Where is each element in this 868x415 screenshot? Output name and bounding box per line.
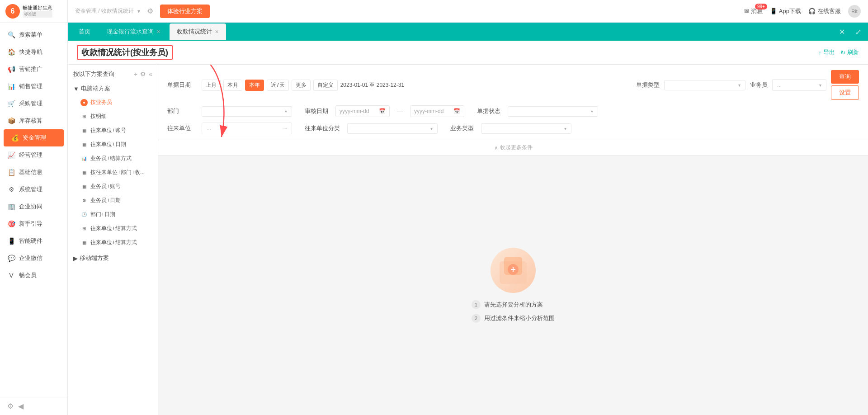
tabbar-right: ✕ ⤢ <box>835 25 864 38</box>
left-panel-actions: + ⚙ « <box>134 71 152 78</box>
salesman-select[interactable]: ... ▾ <box>772 79 826 91</box>
tab-bank-flow-close[interactable]: ✕ <box>156 29 160 35</box>
tab-receipt-stat-close[interactable]: ✕ <box>215 29 219 35</box>
smart-hw-icon: 📱 <box>7 237 15 245</box>
dept-date-scheme-icon: 🕐 <box>80 211 88 218</box>
sidebar-item-guide[interactable]: 🎯 新手引导 <box>0 215 67 232</box>
date-btn-more[interactable]: 更多 <box>292 80 311 91</box>
collapse-sidebar-icon[interactable]: ◀ <box>18 402 24 410</box>
sidebar-item-capital[interactable]: 💰 资金管理 <box>4 129 64 146</box>
scheme-item-by-detail[interactable]: ⊞ 按明细 <box>68 109 158 123</box>
review-date-end-input[interactable]: yyyy-mm-dd 📅 <box>410 105 464 117</box>
tabbar: 首页 现金银行流水查询 ✕ 收款情况统计 ✕ ✕ ⤢ <box>68 23 868 41</box>
add-scheme-icon[interactable]: + <box>134 71 137 78</box>
breadcrumb: 资金管理 / 收款情况统计 <box>75 7 134 15</box>
maximize-window-icon[interactable]: ⤢ <box>852 25 864 38</box>
scheme-item-label: 业务员+日期 <box>90 197 121 204</box>
sidebar-item-smart-hw[interactable]: 📱 智能硬件 <box>0 232 67 250</box>
scheme-settings-icon[interactable]: ⚙ <box>140 71 146 78</box>
scheme-item-salesman-payment[interactable]: 📊 业务员+结算方式 <box>68 151 158 165</box>
query-button[interactable]: 查询 <box>831 70 859 84</box>
date-btn-last-month[interactable]: 上月 <box>202 80 221 91</box>
calendar-start-icon[interactable]: 📅 <box>379 108 386 114</box>
filter-area: 单据日期 上月 本月 本年 近7天 更多 自定义 2023-01-01 至 20… <box>158 65 868 140</box>
user-avatar[interactable]: Rit <box>848 5 861 18</box>
sidebar-item-sales[interactable]: 📊 销售管理 <box>0 78 67 95</box>
sidebar-item-search-menu[interactable]: 🔍 搜索菜单 <box>0 26 67 43</box>
scheme-item-label: 往来单位+结算方式 <box>90 239 137 246</box>
sidebar-item-inventory[interactable]: 📦 库存核算 <box>0 112 67 129</box>
scheme-item-client-date[interactable]: ▦ 往来单位+日期 <box>68 137 158 151</box>
scheme-item-client-payment2[interactable]: ▦ 往来单位+结算方式 <box>68 236 158 250</box>
scheme-group-mobile-title[interactable]: ▶ 移动端方案 <box>68 251 158 265</box>
salesman-filter-label: 业务员 <box>750 81 768 89</box>
sidebar-item-label: 经营管理 <box>19 151 42 159</box>
tab-home[interactable]: 首页 <box>71 24 98 40</box>
voucher-type-label: 单据类型 <box>636 81 660 89</box>
biz-type-select[interactable]: ▾ <box>481 123 571 134</box>
scheme-item-by-salesman[interactable]: ● 按业务员 <box>68 95 158 109</box>
calendar-end-icon[interactable]: 📅 <box>453 108 460 114</box>
dept-select[interactable]: ▾ <box>202 106 292 117</box>
voucher-status-select[interactable]: ▾ <box>508 106 598 117</box>
sidebar-item-member[interactable]: V 畅会员 <box>0 267 67 284</box>
scheme-item-dept-date[interactable]: 🕐 部门+日期 <box>68 208 158 222</box>
customer-service-button[interactable]: 🎧 在线客服 <box>808 7 841 15</box>
sidebar-item-purchase[interactable]: 🛒 采购管理 <box>0 95 67 112</box>
date-btn-7days[interactable]: 近7天 <box>267 80 289 91</box>
tab-bank-flow[interactable]: 现金银行流水查询 ✕ <box>99 24 168 40</box>
sidebar-item-operations[interactable]: 📈 经营管理 <box>0 146 67 164</box>
message-button[interactable]: ✉ 消息 99+ <box>744 7 763 15</box>
scheme-item-client-dept-receipt[interactable]: ▦ 按往来单位+部门+收... <box>68 165 158 179</box>
client-payment2-scheme-icon: ▦ <box>80 239 88 246</box>
sidebar-item-quick-nav[interactable]: 🏠 快捷导航 <box>0 43 67 61</box>
sidebar-item-wechat[interactable]: 💬 企业微信 <box>0 250 67 267</box>
sidebar-item-label: 系统管理 <box>19 185 42 193</box>
collapse-panel-icon[interactable]: « <box>149 71 152 78</box>
refresh-button[interactable]: ↻ 刷新 <box>840 48 859 57</box>
collapse-more-conditions[interactable]: ∧ 收起更多条件 <box>158 140 868 156</box>
client-cat-select[interactable]: ▾ <box>347 123 438 134</box>
close-window-icon[interactable]: ✕ <box>835 25 848 38</box>
scheme-item-label: 按往来单位+部门+收... <box>90 169 145 176</box>
scheme-item-client-account[interactable]: ▦ 往来单位+账号 <box>68 123 158 137</box>
tab-receipt-stat-label: 收款情况统计 <box>177 28 212 36</box>
client-more-icon: ··· <box>283 126 287 131</box>
scheme-item-salesman-account[interactable]: ▦ 业务员+账号 <box>68 179 158 193</box>
settings-bottom-icon[interactable]: ⚙ <box>7 402 14 410</box>
set-button[interactable]: 设置 <box>831 85 859 100</box>
trial-button[interactable]: 体验行业方案 <box>160 5 210 18</box>
sidebar-item-label: 销售管理 <box>19 82 42 90</box>
basic-info-icon: 📋 <box>7 168 15 176</box>
desktop-group-label: 电脑端方案 <box>81 85 110 93</box>
sidebar-item-marketing[interactable]: 📢 营销推广 <box>0 61 67 78</box>
topbar-right: ✉ 消息 99+ 📱 App下载 🎧 在线客服 Rit <box>744 5 861 18</box>
search-menu-icon: 🔍 <box>7 31 15 39</box>
review-date-start-input[interactable]: yyyy-mm-dd 📅 <box>335 105 390 117</box>
date-btn-custom[interactable]: 自定义 <box>313 80 338 91</box>
export-button[interactable]: ↑ 导出 <box>819 48 835 57</box>
topbar-left: 资金管理 / 收款情况统计 ▾ ⚙ 体验行业方案 <box>75 5 739 18</box>
scheme-item-salesman-date[interactable]: ⚙ 业务员+日期 <box>68 193 158 208</box>
scheme-group-desktop: ▼ 电脑端方案 ● 按业务员 ⊞ 按明细 ▦ 往来单位+账号 ▦ 往来单位 <box>68 82 158 250</box>
sidebar-item-basic-info[interactable]: 📋 基础信息 <box>0 164 67 181</box>
voucher-type-select[interactable]: ▾ <box>664 80 745 90</box>
empty-tips: 1 请先选择要分析的方案 2 用过滤条件来缩小分析范围 <box>472 300 555 323</box>
scheme-group-desktop-title[interactable]: ▼ 电脑端方案 <box>68 82 158 95</box>
scheme-item-label: 往来单位+账号 <box>90 127 126 134</box>
sidebar-item-enterprise[interactable]: 🏢 企业协同 <box>0 198 67 215</box>
filter-row-2: 部门 ▾ 审核日期 yyyy-mm-dd 📅 — yyyy-mm-dd 📅 <box>167 105 859 117</box>
sidebar-item-system[interactable]: ⚙ 系统管理 <box>0 181 67 198</box>
topbar-dropdown-icon[interactable]: ▾ <box>137 8 140 14</box>
operations-icon: 📈 <box>7 151 15 159</box>
scheme-item-client-payment1[interactable]: ⊞ 往来单位+结算方式 <box>68 222 158 236</box>
tab-receipt-stat[interactable]: 收款情况统计 ✕ <box>170 24 226 40</box>
app-download-button[interactable]: 📱 App下载 <box>770 7 801 15</box>
client-select[interactable]: ... ··· <box>202 123 292 134</box>
client-payment1-scheme-icon: ⊞ <box>80 225 88 232</box>
topbar-gear-icon[interactable]: ⚙ <box>144 5 156 18</box>
date-btn-this-month[interactable]: 本月 <box>223 80 242 91</box>
salesman-date-scheme-icon: ⚙ <box>80 197 88 204</box>
left-panel: 按以下方案查询 + ⚙ « ▼ 电脑端方案 ● 按业务员 ⊞ <box>68 65 158 415</box>
date-btn-this-year[interactable]: 本年 <box>245 80 264 91</box>
